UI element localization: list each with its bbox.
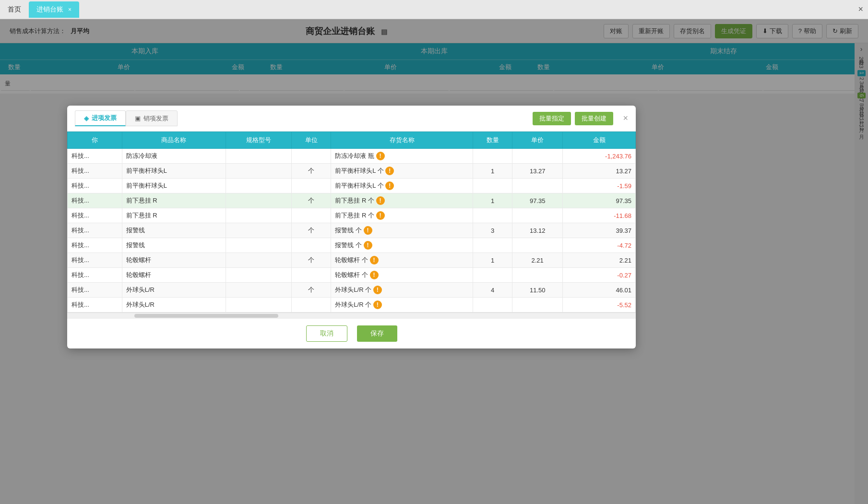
table-row-product[interactable]: 报警线 (122, 238, 226, 253)
table-row-price[interactable] (512, 298, 563, 312)
table-row-product[interactable]: 外球头L/R (122, 283, 226, 298)
batch-designate-button[interactable]: 批量指定 (533, 112, 571, 125)
table-row-spec[interactable] (226, 208, 291, 223)
dialog-header-actions: 批量指定 批量创建 × (533, 112, 628, 125)
table-row-company: 科技... (68, 223, 122, 238)
table-row-product[interactable]: 轮毂螺杆 (122, 253, 226, 268)
table-row-price[interactable]: 97.35 (512, 193, 563, 208)
dialog-close-button[interactable]: × (623, 112, 628, 125)
tab-outbound-invoice[interactable]: ▣ 销项发票 (126, 110, 178, 126)
table-row-inventory[interactable]: 轮毂螺杆 个 ! (331, 253, 473, 268)
table-row-price[interactable] (512, 208, 563, 223)
table-row-qty[interactable] (473, 149, 512, 164)
save-button[interactable]: 保存 (357, 325, 397, 342)
table-row-spec[interactable] (226, 223, 291, 238)
table-row-amount: -4.72 (563, 238, 636, 253)
table-row-price[interactable] (512, 268, 563, 283)
table-row-company: 科技... (68, 179, 122, 193)
main-area: 销售成本计算方法： 月平均 商贸企业进销台账 ▤ 对账 重新开账 存货别名 生成… (0, 19, 868, 504)
table-row-qty[interactable] (473, 238, 512, 253)
table-row-spec[interactable] (226, 268, 291, 283)
table-row-product[interactable]: 前平衡杆球头L (122, 179, 226, 193)
col-qty: 数量 (473, 132, 512, 149)
table-row-price[interactable] (512, 179, 563, 193)
warn-icon: ! (376, 196, 385, 205)
table-row-price[interactable]: 2.21 (512, 253, 563, 268)
table-row-qty[interactable]: 3 (473, 223, 512, 238)
table-row-qty[interactable] (473, 298, 512, 312)
table-row-amount: 39.37 (563, 223, 636, 238)
col-unit: 单位 (291, 132, 331, 149)
warn-icon: ! (370, 271, 379, 279)
table-row-price[interactable]: 11.50 (512, 283, 563, 298)
scroll-bar-thumb[interactable] (134, 314, 278, 318)
table-row-inventory[interactable]: 前平衡杆球头L 个 ! (331, 179, 473, 193)
table-row-product[interactable]: 防冻冷却液 (122, 149, 226, 164)
table-row-amount: -11.68 (563, 208, 636, 223)
table-row-inventory[interactable]: 前下悬挂 R 个 ! (331, 193, 473, 208)
table-row-unit: 个 (291, 253, 331, 268)
table-row-company: 科技... (68, 208, 122, 223)
table-row-qty[interactable] (473, 268, 512, 283)
table-row-price[interactable] (512, 149, 563, 164)
table-row-inventory[interactable]: 报警线 个 ! (331, 223, 473, 238)
table-row-qty[interactable]: 4 (473, 283, 512, 298)
table-row-company: 科技... (68, 253, 122, 268)
table-row-amount: 46.01 (563, 283, 636, 298)
table-row-spec[interactable] (226, 164, 291, 179)
table-row-price[interactable] (512, 238, 563, 253)
table-row-spec[interactable] (226, 149, 291, 164)
table-row-price[interactable]: 13.12 (512, 223, 563, 238)
table-row-inventory[interactable]: 防冻冷却液 瓶 ! (331, 149, 473, 164)
scroll-bar-area[interactable] (67, 312, 636, 318)
table-row-price[interactable]: 13.27 (512, 164, 563, 179)
table-row-qty[interactable] (473, 179, 512, 193)
table-row-amount: 2.21 (563, 253, 636, 268)
table-row-unit (291, 238, 331, 253)
batch-create-button[interactable]: 批量创建 (575, 112, 613, 125)
table-row-unit (291, 208, 331, 223)
table-row-amount: -1.59 (563, 179, 636, 193)
table-row-spec[interactable] (226, 298, 291, 312)
invoice-out-icon: ▣ (135, 115, 141, 122)
table-row-inventory[interactable]: 报警线 个 ! (331, 238, 473, 253)
table-row-company: 科技... (68, 193, 122, 208)
dialog-table: 你 商品名称 规格型号 单位 存货名称 数量 单价 金额 科技... 防冻冷却液… (67, 132, 636, 312)
table-row-inventory[interactable]: 前平衡杆球头L 个 ! (331, 164, 473, 179)
table-row-spec[interactable] (226, 238, 291, 253)
col-inventory: 存货名称 (331, 132, 473, 149)
table-row-inventory[interactable]: 前下悬挂 R 个 ! (331, 208, 473, 223)
table-row-spec[interactable] (226, 253, 291, 268)
table-row-inventory[interactable]: 外球头L/R 个 ! (331, 283, 473, 298)
table-row-spec[interactable] (226, 283, 291, 298)
warn-icon: ! (364, 241, 372, 250)
table-row-unit: 个 (291, 223, 331, 238)
tab-ledger[interactable]: 进销台账 × (29, 1, 79, 18)
tab-home[interactable]: 首页 (0, 1, 29, 18)
table-row-spec[interactable] (226, 193, 291, 208)
col-company: 你 (68, 132, 122, 149)
table-row-company: 科技... (68, 149, 122, 164)
window-close-button[interactable]: × (858, 4, 863, 14)
table-row-product[interactable]: 前平衡杆球头L (122, 164, 226, 179)
table-row-unit (291, 268, 331, 283)
table-row-product[interactable]: 前下悬挂 R (122, 193, 226, 208)
col-price: 单价 (512, 132, 563, 149)
table-row-product[interactable]: 前下悬挂 R (122, 208, 226, 223)
table-row-product[interactable]: 轮毂螺杆 (122, 268, 226, 283)
tab-inbound-invoice[interactable]: ◈ 进项发票 (75, 110, 126, 126)
table-row-inventory[interactable]: 轮毂螺杆 个 ! (331, 268, 473, 283)
warn-icon: ! (385, 181, 394, 190)
table-row-product[interactable]: 报警线 (122, 223, 226, 238)
table-row-spec[interactable] (226, 179, 291, 193)
warn-icon: ! (373, 286, 382, 294)
table-row-qty[interactable]: 1 (473, 164, 512, 179)
table-row-company: 科技... (68, 283, 122, 298)
table-row-product[interactable]: 外球头L/R (122, 298, 226, 312)
cancel-button[interactable]: 取消 (306, 325, 347, 342)
table-row-inventory[interactable]: 外球头L/R 个 ! (331, 298, 473, 312)
tab-close-icon[interactable]: × (68, 6, 71, 13)
table-row-qty[interactable]: 1 (473, 253, 512, 268)
table-row-qty[interactable] (473, 208, 512, 223)
table-row-qty[interactable]: 1 (473, 193, 512, 208)
